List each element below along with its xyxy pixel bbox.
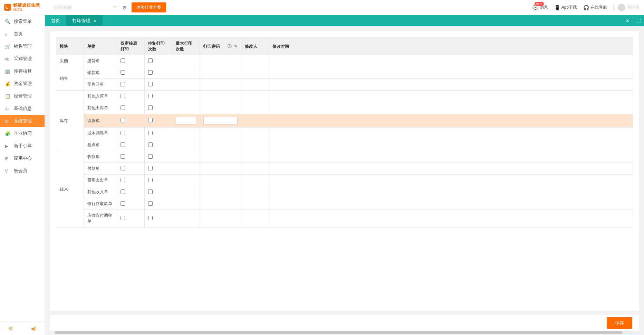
tab-close-icon[interactable]: ✕ [93, 19, 96, 23]
audit-print-checkbox[interactable] [121, 131, 125, 135]
audit-print-checkbox[interactable] [121, 189, 125, 194]
cell-modify-time [269, 102, 633, 114]
nav-collab[interactable]: 🧩企业协同 [0, 127, 45, 140]
nav-sales[interactable]: 🛒销售管理 [0, 40, 45, 53]
nav-business[interactable]: 📋经营管理 [0, 90, 45, 102]
control-count-checkbox[interactable] [148, 131, 153, 135]
control-count-checkbox[interactable] [148, 94, 153, 98]
audit-print-checkbox[interactable] [121, 216, 125, 220]
cell-audit-print [117, 139, 145, 151]
nav-apps[interactable]: ⊞应用中心 [0, 152, 45, 165]
control-count-checkbox[interactable] [148, 216, 153, 220]
control-count-checkbox[interactable] [148, 82, 153, 86]
th-max-count: 最大打印次数 [172, 38, 200, 55]
header-support[interactable]: 🎧 在线客服 [583, 4, 607, 10]
nav-guide-icon: ▶ [5, 143, 10, 149]
control-count-checkbox[interactable] [148, 166, 153, 170]
edit-icon[interactable]: ✎ [234, 44, 238, 49]
company-selector-label[interactable]: 公司名称 [54, 4, 72, 11]
cell-doc: 费用支出单 [84, 175, 117, 186]
control-count-checkbox[interactable] [148, 70, 153, 75]
control-count-checkbox[interactable] [148, 201, 153, 206]
password-input[interactable] [203, 117, 238, 124]
cell-control-count [145, 55, 172, 67]
cell-modify-time [269, 163, 633, 175]
cell-modifier [241, 102, 269, 114]
header-messages[interactable]: 99 + 💬 消息 [532, 4, 548, 10]
nav-guide[interactable]: ▶新手引导 [0, 140, 45, 152]
table-row: 费用支出单 [56, 175, 633, 186]
header-app-download[interactable]: 📱 App下载 [554, 4, 577, 10]
nav-system[interactable]: ⚙系统管理 [0, 115, 45, 127]
max-count-input[interactable] [176, 117, 196, 124]
nav-home[interactable]: ⌂首页 [0, 28, 45, 40]
cell-audit-print [117, 114, 145, 128]
control-count-checkbox[interactable] [148, 154, 153, 159]
username-label[interactable]: 用户名 [627, 4, 640, 10]
industry-solution-button[interactable]: 体验行业方案 [132, 2, 166, 12]
th-modifier: 修改人 [241, 38, 269, 55]
nav-finance[interactable]: 💰资金管理 [0, 77, 45, 90]
tab-首页[interactable]: 首页 [45, 15, 66, 26]
settings-icon[interactable]: ⚙ [9, 326, 13, 331]
control-count-checkbox[interactable] [148, 189, 153, 194]
nav-baseinfo-label: 基础信息 [14, 105, 32, 112]
nav-search[interactable]: 🔍搜索菜单 [0, 15, 45, 28]
audit-print-checkbox[interactable] [121, 201, 125, 206]
save-button[interactable]: 保存 [607, 317, 632, 329]
audit-print-checkbox[interactable] [121, 178, 125, 182]
nav-inventory[interactable]: 🏢库存核算 [0, 65, 45, 77]
cell-max-count [172, 102, 200, 114]
cell-max-count [172, 186, 200, 198]
audit-print-checkbox[interactable] [121, 118, 125, 122]
gear-icon[interactable]: ⚙ [122, 5, 127, 10]
audit-print-checkbox[interactable] [121, 142, 125, 147]
cell-control-count [145, 151, 172, 163]
divider [613, 4, 614, 11]
cell-audit-print [117, 91, 145, 102]
nav-guide-label: 新手引导 [14, 143, 32, 149]
audit-print-checkbox[interactable] [121, 58, 125, 63]
nav-system-label: 系统管理 [14, 118, 32, 124]
avatar[interactable] [618, 4, 625, 11]
cell-max-count [172, 163, 200, 175]
cell-modify-time [269, 128, 633, 139]
table-row: 应收应付调整单 [56, 210, 633, 227]
cell-modify-time [269, 55, 633, 67]
control-count-checkbox[interactable] [148, 118, 153, 122]
control-count-checkbox[interactable] [148, 142, 153, 147]
control-count-checkbox[interactable] [148, 105, 153, 110]
cell-audit-print [117, 198, 145, 210]
control-count-checkbox[interactable] [148, 58, 153, 63]
cell-password [200, 139, 241, 151]
cell-password [200, 91, 241, 102]
audit-print-checkbox[interactable] [121, 166, 125, 170]
tab-close-all-icon[interactable]: ✕ [622, 15, 633, 26]
table-row: 库存其他入库单 [56, 91, 633, 102]
tab-打印管理[interactable]: 打印管理✕ [66, 15, 103, 26]
cell-password [200, 67, 241, 79]
cell-max-count [172, 55, 200, 67]
fullscreen-icon[interactable]: ⛶ [633, 15, 644, 26]
horizontal-scrollbar[interactable] [55, 331, 634, 334]
cell-control-count [145, 175, 172, 186]
audit-print-checkbox[interactable] [121, 82, 125, 86]
cell-audit-print [117, 102, 145, 114]
audit-print-checkbox[interactable] [121, 154, 125, 159]
nav-baseinfo[interactable]: 🗂基础信息 [0, 102, 45, 115]
audit-print-checkbox[interactable] [121, 105, 125, 110]
nav-home-label: 首页 [14, 31, 23, 37]
cell-max-count [172, 128, 200, 139]
main-area: 首页打印管理✕ ✕ ⛶ 模块 单据 [45, 15, 644, 335]
cell-modifier [241, 139, 269, 151]
audit-print-checkbox[interactable] [121, 70, 125, 75]
chevron-down-icon[interactable]: ﹀ [113, 4, 117, 10]
audit-print-checkbox[interactable] [121, 94, 125, 98]
help-icon[interactable]: ⓘ [228, 44, 232, 49]
th-modify-time: 修改时间 [269, 38, 633, 55]
cell-control-count [145, 186, 172, 198]
nav-purchase[interactable]: 🛍采购管理 [0, 53, 45, 65]
collapse-icon[interactable]: ◀| [31, 326, 36, 331]
nav-vip[interactable]: V畅会员 [0, 165, 45, 177]
control-count-checkbox[interactable] [148, 178, 153, 182]
